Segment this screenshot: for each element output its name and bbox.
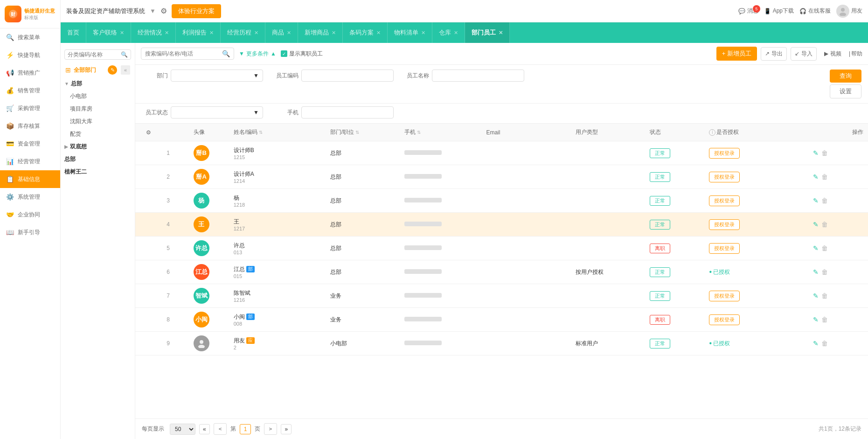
import-button[interactable]: ↙ 导入 <box>791 47 817 61</box>
search-input[interactable] <box>145 50 222 57</box>
delete-button[interactable]: 🗑 <box>821 197 828 204</box>
dept-item-zhushu[interactable]: 植树王二 <box>61 166 135 178</box>
prev-page-btn[interactable]: ＜ <box>214 423 227 435</box>
col-name[interactable]: 姓名/编码 ⇅ <box>229 124 326 141</box>
auth-button[interactable]: 授权登录 <box>709 291 740 301</box>
empname-filter-input[interactable] <box>432 70 524 82</box>
settings-icon[interactable]: ⚙ <box>160 7 167 15</box>
topbar-dropdown-icon[interactable]: ▼ <box>150 7 156 14</box>
sidebar-item-sales[interactable]: 💰 销售管理 <box>0 82 60 99</box>
tab-new-goods[interactable]: 新增商品 ✕ <box>298 22 343 43</box>
tab-close-icon[interactable]: ✕ <box>376 30 381 36</box>
query-button[interactable]: 查询 <box>830 70 861 83</box>
tab-close-icon[interactable]: ✕ <box>209 30 214 36</box>
dept-item-xiangmu[interactable]: 项目库房 <box>61 103 135 115</box>
edit-button[interactable]: ✎ <box>813 197 819 204</box>
online-service-btn[interactable]: 🎧 在线客服 <box>799 7 831 15</box>
tab-close-icon[interactable]: ✕ <box>254 30 258 36</box>
auth-button[interactable]: 授权登录 <box>709 219 740 230</box>
edit-button[interactable]: ✎ <box>813 292 819 300</box>
dept-search-box[interactable]: 🔍 <box>64 49 131 60</box>
col-phone[interactable]: 手机 ⇅ <box>400 124 481 141</box>
dept-item-zongbu[interactable]: ▼ 总部 <box>61 77 135 90</box>
tab-close-icon[interactable]: ✕ <box>454 30 458 36</box>
sidebar-item-finance[interactable]: 💳 资金管理 <box>0 135 60 153</box>
sidebar-item-marketing[interactable]: 📢 营销推广 <box>0 64 60 82</box>
tab-profit[interactable]: 利润报告 ✕ <box>176 22 221 43</box>
delete-button[interactable]: 🗑 <box>821 316 828 323</box>
edit-button[interactable]: ✎ <box>813 173 819 181</box>
dept-item-shuangdi[interactable]: ▶ 双底想 <box>61 140 135 153</box>
reset-button[interactable]: 设置 <box>830 84 861 98</box>
next-page-btn[interactable]: ＞ <box>264 423 277 435</box>
sidebar-item-quicknav[interactable]: ⚡ 快捷导航 <box>0 46 60 64</box>
dept-item-zongbu2[interactable]: 总部 <box>61 153 135 166</box>
tab-close-icon[interactable]: ✕ <box>499 30 503 36</box>
tab-home[interactable]: 首页 <box>61 22 86 43</box>
search-input-wrap[interactable]: 🔍 <box>141 48 234 60</box>
dept-all-label[interactable]: 全部部门 <box>74 66 96 74</box>
auth-button[interactable]: 授权登录 <box>709 243 740 254</box>
dept-fold-btn[interactable]: « <box>121 65 130 75</box>
auth-button[interactable]: 授权登录 <box>709 314 740 325</box>
delete-button[interactable]: 🗑 <box>821 340 828 347</box>
dept-item-shenyang[interactable]: 沈阳大库 <box>61 115 135 128</box>
dept-item-xiaodian[interactable]: 小电部 <box>61 90 135 103</box>
edit-button[interactable]: ✎ <box>813 340 819 347</box>
add-employee-button[interactable]: + 新增员工 <box>716 47 757 61</box>
empstatus-filter-select[interactable]: ▼ <box>171 106 263 118</box>
sidebar-item-system[interactable]: ⚙️ 系统管理 <box>0 188 60 206</box>
tab-goods[interactable]: 商品 ✕ <box>265 22 298 43</box>
first-page-btn[interactable]: « <box>199 424 210 434</box>
sidebar-item-inventory[interactable]: 📦 库存核算 <box>0 117 60 135</box>
delete-button[interactable]: 🗑 <box>821 268 828 276</box>
col-setting[interactable]: ⚙ <box>135 124 162 141</box>
export-button[interactable]: ↗ 导出 <box>761 47 787 61</box>
auth-button[interactable]: 授权登录 <box>709 148 740 159</box>
delete-button[interactable]: 🗑 <box>821 244 828 252</box>
show-resigned-toggle[interactable]: ✓ 显示离职员工 <box>281 50 323 58</box>
tab-close-icon[interactable]: ✕ <box>332 30 336 36</box>
edit-button[interactable]: ✎ <box>813 268 819 276</box>
sidebar-item-search[interactable]: 🔍 搜索菜单 <box>0 28 60 46</box>
sidebar-item-purchase[interactable]: 🛒 采购管理 <box>0 99 60 117</box>
tab-employees[interactable]: 部门员工 ✕ <box>465 22 510 43</box>
tab-operation-status[interactable]: 经营情况 ✕ <box>131 22 176 43</box>
sidebar-item-guide[interactable]: 📖 新手引导 <box>0 223 60 241</box>
app-download-btn[interactable]: 📱 App下载 <box>764 7 794 15</box>
tab-warehouse[interactable]: 仓库 ✕ <box>432 22 465 43</box>
tab-close-icon[interactable]: ✕ <box>165 30 169 36</box>
auth-button[interactable]: 授权登录 <box>709 172 740 182</box>
page-size-select[interactable]: 50 100 <box>170 424 195 435</box>
auth-button[interactable]: 授权登录 <box>709 195 740 206</box>
empcode-filter-input[interactable] <box>301 70 394 82</box>
sidebar-item-basic[interactable]: 📋 基础信息 <box>0 170 60 188</box>
dept-search-input[interactable] <box>68 51 121 58</box>
delete-button[interactable]: 🗑 <box>821 292 828 300</box>
dept-edit-btn[interactable]: ✎ <box>108 65 117 75</box>
col-dept[interactable]: 部门/职位 ⇅ <box>326 124 400 141</box>
video-btn[interactable]: ▶ 视频 <box>820 48 845 60</box>
last-page-btn[interactable]: » <box>281 424 292 434</box>
trial-button[interactable]: 体验行业方案 <box>172 4 221 18</box>
message-btn[interactable]: 💬 消息 5 <box>738 7 758 15</box>
user-menu-btn[interactable]: 用友 <box>836 5 862 18</box>
sidebar-item-operation[interactable]: 📊 经营管理 <box>0 153 60 170</box>
tab-bom[interactable]: 物料清单 ✕ <box>388 22 432 43</box>
tab-history[interactable]: 经营历程 ✕ <box>221 22 265 43</box>
more-filter-btn[interactable]: ▼ 更多条件 ▲ <box>239 50 276 58</box>
dept-filter-select[interactable]: ▼ <box>171 70 263 82</box>
edit-button[interactable]: ✎ <box>813 149 819 157</box>
tab-close-icon[interactable]: ✕ <box>421 30 425 36</box>
tab-customer[interactable]: 客户联络 ✕ <box>86 22 131 43</box>
edit-button[interactable]: ✎ <box>813 244 819 252</box>
edit-button[interactable]: ✎ <box>813 316 819 323</box>
delete-button[interactable]: 🗑 <box>821 173 828 181</box>
tab-close-icon[interactable]: ✕ <box>287 30 291 36</box>
tab-barcode[interactable]: 条码方案 ✕ <box>343 22 388 43</box>
dept-item-peihuo[interactable]: 配货 <box>61 128 135 140</box>
phone-filter-input[interactable] <box>301 106 394 118</box>
delete-button[interactable]: 🗑 <box>821 149 828 157</box>
sidebar-item-collab[interactable]: 🤝 企业协同 <box>0 206 60 223</box>
delete-button[interactable]: 🗑 <box>821 221 828 228</box>
